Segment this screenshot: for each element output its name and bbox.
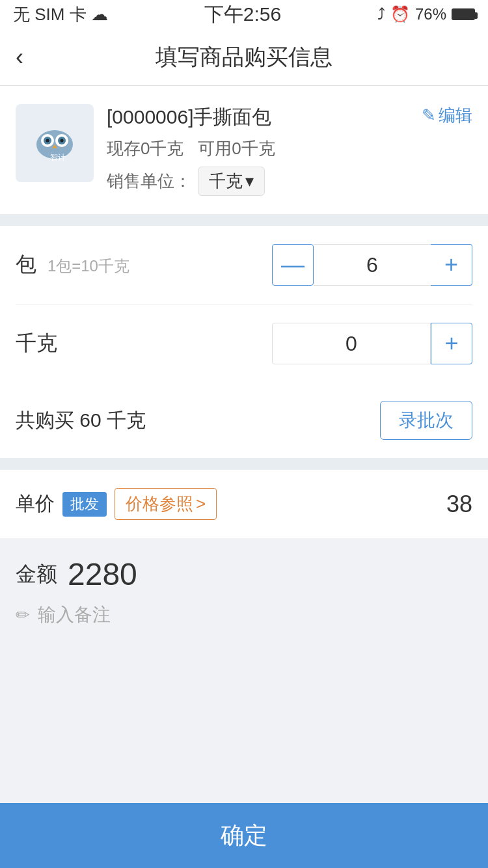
svg-point-5 [46, 139, 49, 142]
amount-value: 2280 [68, 556, 137, 592]
bao-sublabel: 1包=10千克 [47, 257, 129, 275]
separator-1 [0, 214, 488, 226]
battery-icon [452, 8, 475, 20]
kg-label: 千克 [16, 329, 272, 358]
bottom-space [0, 638, 488, 820]
product-image: 智计 [16, 104, 94, 182]
bao-input-row: 包 1包=10千克 — + [16, 226, 472, 305]
bao-qty-input[interactable] [314, 244, 431, 286]
edit-icon: ✎ [422, 105, 436, 126]
status-right: ⤴ ⏰ 76% [377, 5, 475, 23]
status-bar: 无 SIM 卡 ☁ 下午2:56 ⤴ ⏰ 76% [0, 0, 488, 29]
kg-qty-control: + [272, 323, 472, 364]
confirm-button[interactable]: 确定 [0, 803, 488, 868]
product-info: [0000006]手撕面包 现存0千克 可用0千克 销售单位： 千克 ▾ [107, 104, 472, 196]
chevron-down-icon: ▾ [245, 171, 254, 191]
price-label: 单价 [16, 491, 55, 517]
owl-logo-icon: 智计 [32, 124, 77, 163]
batch-badge: 批发 [62, 492, 107, 517]
location-icon: ⤴ [377, 5, 385, 23]
alarm-icon: ⏰ [390, 5, 410, 23]
edit-button[interactable]: ✎ 编辑 [422, 104, 472, 127]
remark-placeholder: 输入备注 [38, 603, 111, 627]
price-label-row: 单价 批发 价格参照 > [16, 488, 217, 520]
price-row: 单价 批发 价格参照 > 38 [16, 488, 472, 520]
price-section: 单价 批发 价格参照 > 38 [0, 470, 488, 538]
price-value: 38 [446, 491, 472, 518]
status-left: 无 SIM 卡 ☁ [13, 3, 108, 26]
product-stock: 现存0千克 可用0千克 [107, 137, 472, 160]
bao-label: 包 1包=10千克 [16, 251, 272, 279]
product-card: 智计 [0000006]手撕面包 现存0千克 可用0千克 销售单位： 千克 ▾ … [0, 86, 488, 214]
nav-bar: ‹ 填写商品购买信息 [0, 29, 488, 86]
bao-minus-button[interactable]: — [272, 244, 314, 286]
kg-qty-input[interactable] [272, 323, 431, 364]
price-reference-button[interactable]: 价格参照 > [115, 488, 217, 520]
bao-qty-control: — + [272, 244, 472, 286]
kg-input-row: 千克 + [16, 305, 472, 383]
amount-row: 金额 2280 [16, 556, 472, 592]
svg-text:智计: 智计 [50, 153, 66, 162]
status-time: 下午2:56 [204, 1, 281, 28]
sim-status: 无 SIM 卡 ☁ [13, 3, 108, 26]
back-button[interactable]: ‹ [16, 44, 23, 71]
summary-row: 共购买 60 千克 录批次 [0, 383, 488, 458]
chevron-right-icon: > [196, 494, 206, 514]
battery-status: 76% [415, 5, 446, 23]
page-title: 填写商品购买信息 [156, 42, 332, 72]
summary-text: 共购买 60 千克 [16, 407, 146, 434]
svg-point-6 [61, 139, 64, 142]
amount-section: 金额 2280 ✏ 输入备注 [0, 538, 488, 638]
product-name: [0000006]手撕面包 [107, 104, 472, 131]
kg-plus-button[interactable]: + [431, 323, 472, 364]
amount-label: 金额 [16, 560, 57, 589]
pencil-icon: ✏ [16, 605, 30, 625]
separator-2 [0, 458, 488, 470]
remark-row[interactable]: ✏ 输入备注 [16, 603, 472, 627]
record-batch-button[interactable]: 录批次 [380, 401, 472, 440]
unit-selector[interactable]: 千克 ▾ [198, 167, 265, 196]
input-section: 包 1包=10千克 — + 千克 + [0, 226, 488, 383]
bao-plus-button[interactable]: + [431, 244, 472, 286]
product-unit-row: 销售单位： 千克 ▾ [107, 167, 472, 196]
